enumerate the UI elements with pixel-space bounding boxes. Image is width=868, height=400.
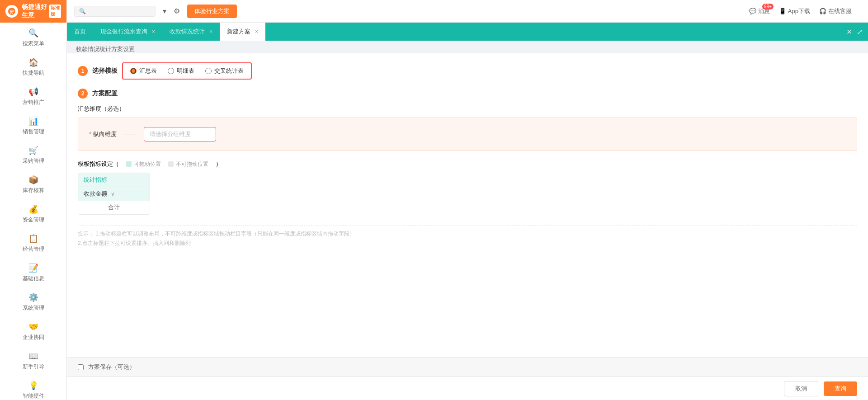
sidebar-item-search[interactable]: 🔍 搜索菜单 bbox=[0, 23, 66, 52]
content-area: 收款情况统计方案设置 1 选择模板 汇总表 明细表 bbox=[67, 41, 868, 376]
sidebar-item-finance[interactable]: 💰 资金管理 bbox=[0, 199, 66, 228]
query-button[interactable]: 查询 bbox=[824, 381, 857, 396]
stats-body-label: 合计 bbox=[108, 204, 120, 211]
sidebar-item-purchase[interactable]: 🛒 采购管理 bbox=[0, 140, 66, 169]
sidebar-item-system[interactable]: ⚙️ 系统管理 bbox=[0, 287, 66, 316]
stats-table: 统计指标 收款金额 ∨ 合计 bbox=[78, 173, 150, 215]
dimension-sub-label: 汇总维度（必选） bbox=[78, 105, 857, 113]
tip-text-2: 2.点击标题栏下拉可设置排序、插入列和删除列 bbox=[78, 240, 191, 246]
download-icon: 📱 bbox=[779, 8, 786, 14]
template-radio-group: 汇总表 明细表 交叉统计表 bbox=[122, 62, 252, 80]
dimension-label-text: 汇总维度（必选） bbox=[78, 105, 125, 112]
radio-summary[interactable]: 汇总表 bbox=[130, 67, 157, 75]
sidebar-item-label: 营销推广 bbox=[23, 99, 44, 106]
tab-receipt-stats[interactable]: 收款情况统计 × bbox=[162, 23, 220, 41]
sidebar-item-inventory[interactable]: 📦 库存核算 bbox=[0, 169, 66, 199]
tips-section: 提示： 1.拖动标题栏可以调整布局，不可跨维度或指标区域拖动栏目字段（只能在同一… bbox=[78, 225, 857, 247]
radio-cross-label: 交叉统计表 bbox=[214, 67, 244, 75]
tab-receipt-stats-close-icon[interactable]: × bbox=[209, 28, 212, 35]
sidebar-item-sales[interactable]: 📊 销售管理 bbox=[0, 111, 66, 140]
sidebar-item-label: 新手引导 bbox=[23, 363, 44, 371]
save-label: 方案保存（可选） bbox=[88, 363, 135, 371]
sidebar-item-label: 智能硬件 bbox=[23, 392, 44, 400]
form-container: 1 选择模板 汇总表 明细表 交叉统计表 bbox=[67, 53, 868, 357]
tab-new-plan[interactable]: 新建方案 × bbox=[220, 23, 265, 41]
step2-title: 方案配置 bbox=[92, 89, 118, 98]
tip-row-1: 提示： 1.拖动标题栏可以调整布局，不可跨维度或指标区域拖动栏目字段（只能在同一… bbox=[78, 230, 857, 238]
search-box[interactable]: 🔍 bbox=[74, 6, 156, 17]
service-icon: 🎧 bbox=[819, 8, 826, 14]
sidebar-item-label: 基础信息 bbox=[23, 275, 44, 282]
stats-cell-label: 收款金额 bbox=[84, 190, 107, 198]
cancel-button[interactable]: 取消 bbox=[784, 381, 818, 396]
sidebar: 好 畅捷通好生意 标准版 🔍 搜索菜单 🏠 快捷导航 📢 营销推广 📊 销售管理… bbox=[0, 0, 67, 400]
radio-summary-label: 汇总表 bbox=[139, 67, 157, 75]
sidebar-item-basic-info[interactable]: 📝 基础信息 bbox=[0, 258, 66, 287]
radio-cross[interactable]: 交叉统计表 bbox=[205, 67, 244, 75]
tab-home-label: 首页 bbox=[74, 28, 86, 36]
guide-icon: 📖 bbox=[28, 351, 38, 361]
basic-info-icon: 📝 bbox=[28, 263, 38, 273]
radio-detail-label: 明细表 bbox=[177, 67, 194, 75]
online-service-item[interactable]: 🎧 在线客服 bbox=[819, 7, 852, 15]
draggable-hint-item: 可拖动位置 bbox=[126, 160, 161, 168]
sidebar-item-hardware[interactable]: 💡 智能硬件 bbox=[0, 375, 66, 400]
trial-button[interactable]: 体验行业方案 bbox=[187, 5, 237, 18]
settings-icon[interactable]: ⚙ bbox=[174, 7, 180, 15]
sidebar-nav: 🔍 搜索菜单 🏠 快捷导航 📢 营销推广 📊 销售管理 🛒 采购管理 📦 库存核… bbox=[0, 23, 66, 400]
inventory-icon: 📦 bbox=[28, 175, 38, 185]
tab-maximize-icon[interactable]: ⤢ bbox=[857, 28, 863, 36]
draggable-label: 可拖动位置 bbox=[134, 160, 161, 168]
page-header: 收款情况统计方案设置 bbox=[67, 41, 868, 53]
sidebar-item-label: 采购管理 bbox=[23, 157, 44, 165]
online-service-label: 在线客服 bbox=[828, 7, 852, 15]
sidebar-item-management[interactable]: 📋 经营管理 bbox=[0, 228, 66, 258]
bottom-bar: 取消 查询 bbox=[67, 376, 868, 400]
sidebar-item-label: 销售管理 bbox=[23, 128, 44, 136]
required-mark: * bbox=[89, 131, 91, 137]
sales-icon: 📊 bbox=[28, 116, 38, 126]
sidebar-item-label: 库存核算 bbox=[23, 187, 44, 194]
sidebar-item-label: 资金管理 bbox=[23, 216, 44, 224]
radio-detail-input[interactable] bbox=[168, 68, 174, 74]
sidebar-item-label: 经营管理 bbox=[23, 245, 44, 253]
tab-close-all-icon[interactable]: ✕ bbox=[846, 28, 852, 36]
stats-cell[interactable]: 收款金额 ∨ bbox=[78, 187, 150, 201]
dimension-select[interactable]: 请选择分组维度 bbox=[144, 127, 216, 141]
system-icon: ⚙️ bbox=[28, 292, 38, 302]
non-draggable-hint-item: 不可拖动位置 bbox=[168, 160, 208, 168]
sidebar-item-home[interactable]: 🏠 快捷导航 bbox=[0, 52, 66, 81]
tab-new-plan-close-icon[interactable]: × bbox=[255, 28, 258, 35]
topbar-right: 💬 消息 99+ 📱 App下载 🎧 在线客服 bbox=[749, 7, 861, 15]
notification-icon: 💬 bbox=[749, 8, 756, 14]
stats-table-header: 统计指标 bbox=[78, 173, 150, 187]
stats-header-label: 统计指标 bbox=[84, 176, 107, 183]
sidebar-item-enterprise[interactable]: 🤝 企业协同 bbox=[0, 316, 66, 346]
app-name: 畅捷通好生意 bbox=[22, 3, 47, 19]
radio-detail[interactable]: 明细表 bbox=[168, 67, 194, 75]
topbar: 🔍 ▾ ⚙ 体验行业方案 💬 消息 99+ 📱 App下载 🎧 在线客服 bbox=[67, 0, 868, 23]
sidebar-item-label: 快捷导航 bbox=[23, 69, 44, 77]
radio-cross-input[interactable] bbox=[205, 68, 212, 74]
tabbar-right: ✕ ⤢ bbox=[846, 28, 868, 36]
save-checkbox[interactable] bbox=[78, 364, 84, 370]
topbar-dropdown-icon[interactable]: ▾ bbox=[163, 7, 166, 15]
dimension-row: * 纵向维度 —— 请选择分组维度 bbox=[89, 127, 846, 141]
sidebar-logo: 好 畅捷通好生意 标准版 bbox=[0, 0, 66, 23]
tip-row-2: 2.点击标题栏下拉可设置排序、插入列和删除列 bbox=[78, 240, 857, 247]
tab-cash-bank-close-icon[interactable]: × bbox=[152, 28, 155, 35]
tab-cash-bank[interactable]: 现金银行流水查询 × bbox=[93, 23, 162, 41]
sidebar-item-guide[interactable]: 📖 新手引导 bbox=[0, 346, 66, 375]
step1-header: 1 选择模板 汇总表 明细表 交叉统计表 bbox=[78, 62, 857, 80]
draggable-dot-icon bbox=[126, 161, 132, 167]
radio-summary-input[interactable] bbox=[130, 68, 137, 74]
step1-number: 1 bbox=[78, 66, 88, 76]
stats-cell-dropdown-icon[interactable]: ∨ bbox=[111, 191, 115, 197]
sidebar-item-marketing[interactable]: 📢 营销推广 bbox=[0, 81, 66, 111]
notification-item[interactable]: 💬 消息 99+ bbox=[749, 7, 770, 15]
search-input[interactable] bbox=[89, 8, 152, 14]
tab-home[interactable]: 首页 bbox=[67, 23, 93, 41]
app-download-item[interactable]: 📱 App下载 bbox=[779, 7, 810, 15]
finance-icon: 💰 bbox=[28, 204, 38, 214]
page-title: 收款情况统计方案设置 bbox=[76, 46, 135, 52]
